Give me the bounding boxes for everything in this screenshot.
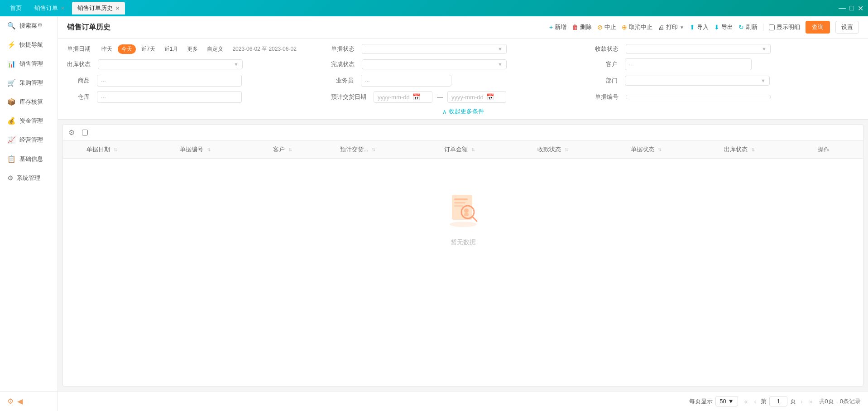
date-tab-last1m[interactable]: 近1月 — [161, 44, 182, 54]
sidebar-item-search-menu[interactable]: 🔍 搜索菜单 — [0, 16, 58, 35]
date-tab-custom[interactable]: 自定义 — [203, 44, 227, 54]
department-select[interactable]: ▼ — [625, 76, 770, 86]
stop-button[interactable]: ⊘ 中止 — [597, 23, 616, 31]
customer-input[interactable]: ··· — [625, 58, 752, 70]
page-number-input[interactable] — [769, 396, 787, 406]
query-button[interactable]: 查询 — [806, 21, 830, 34]
th-bill-date[interactable]: 单据日期 ⇅ — [81, 141, 174, 159]
sidebar-item-sales-mgmt-label: 销售管理 — [19, 60, 43, 68]
settings-button[interactable]: 设置 — [835, 21, 859, 34]
payment-status-select[interactable]: ▼ — [626, 44, 771, 54]
stop-button-label: 中止 — [604, 23, 616, 31]
select-all-checkbox[interactable] — [82, 130, 88, 135]
delivery-start-input[interactable]: yyyy-mm-dd 📅 — [374, 91, 432, 103]
empty-svg — [441, 186, 486, 231]
tab-home[interactable]: 首页 — [5, 2, 27, 15]
bill-status-label: 单据状态 — [331, 45, 359, 53]
tab-sales-order-history[interactable]: 销售订单历史 ✕ — [72, 2, 125, 15]
th-order-amount[interactable]: 订单金额 ⇅ — [439, 141, 532, 159]
svg-rect-8 — [464, 213, 469, 216]
sidebar-item-sys-mgmt[interactable]: ⚙ 系统管理 — [0, 169, 58, 188]
maximize-button[interactable]: □ — [849, 4, 854, 12]
th-payment-status-label: 收款状态 — [537, 146, 561, 153]
sidebar-item-purchase-mgmt[interactable]: 🛒 采购管理 — [0, 73, 58, 92]
filter-delivery-date-col: 预计交货日期 yyyy-mm-dd 📅 — yyyy-mm-dd 📅 — [331, 91, 595, 103]
date-tab-today[interactable]: 今天 — [118, 44, 136, 54]
date-tab-more[interactable]: 更多 — [183, 44, 201, 54]
bill-status-select[interactable]: ▼ — [362, 44, 507, 54]
tab-sales-order-close[interactable]: ✕ — [61, 5, 65, 11]
show-detail-checkbox-label[interactable]: 显示明细 — [769, 23, 800, 31]
delivery-end-input[interactable]: yyyy-mm-dd 📅 — [447, 91, 506, 103]
bill-number-input[interactable] — [626, 95, 771, 99]
sidebar-collapse-icon[interactable]: ◀ — [17, 397, 23, 406]
tab-sales-order[interactable]: 销售订单 ✕ — [29, 2, 70, 15]
th-delivery-date-sort: ⇅ — [372, 147, 375, 152]
sidebar-item-base-info[interactable]: 📋 基础信息 — [0, 150, 58, 169]
th-payment-status-sort: ⇅ — [565, 147, 568, 152]
th-bill-number[interactable]: 单据编号 ⇅ — [174, 141, 268, 159]
tab-sales-order-history-close[interactable]: ✕ — [115, 5, 120, 11]
sidebar-item-operations[interactable]: 📈 经营管理 — [0, 131, 58, 150]
delivery-start-calendar-icon[interactable]: 📅 — [412, 93, 420, 101]
new-button[interactable]: + 新增 — [549, 23, 566, 31]
last-page-button[interactable]: » — [807, 397, 815, 406]
salesperson-input[interactable]: ··· — [361, 75, 451, 87]
filter-payment-status-col: 收款状态 ▼ — [595, 44, 859, 54]
minimize-button[interactable]: — — [839, 4, 846, 12]
filter-goods-col: 商品 ··· — [67, 75, 331, 87]
sidebar-item-quick-nav[interactable]: ⚡ 快捷导航 — [0, 35, 58, 54]
warehouse-input[interactable]: ··· — [97, 91, 242, 103]
th-customer-sort: ⇅ — [288, 147, 292, 152]
date-tab-yesterday[interactable]: 昨天 — [98, 44, 116, 54]
sys-mgmt-icon: ⚙ — [7, 174, 13, 182]
complete-status-select[interactable]: ▼ — [362, 59, 507, 69]
next-page-button[interactable]: › — [799, 397, 805, 406]
date-tab-last7[interactable]: 近7天 — [138, 44, 159, 54]
sidebar-bottom: ⚙ ◀ — [0, 391, 58, 411]
cancel-stop-button[interactable]: ⊕ 取消中止 — [622, 23, 652, 31]
page-label: 第 — [761, 397, 767, 406]
toolbar: + 新增 🗑 删除 ⊘ 中止 ⊕ 取消中止 🖨 打印 — [549, 21, 859, 34]
first-page-button[interactable]: « — [743, 397, 750, 406]
refresh-button[interactable]: ↻ 刷新 — [739, 23, 758, 31]
goods-dots: ··· — [101, 77, 106, 84]
sidebar-item-inventory[interactable]: 📦 库存核算 — [0, 92, 58, 111]
sidebar-item-finance[interactable]: 💰 资金管理 — [0, 111, 58, 131]
th-outbound-status-sort: ⇅ — [751, 147, 755, 152]
svg-point-7 — [464, 208, 469, 213]
outbound-status-select[interactable]: ▼ — [98, 59, 243, 69]
customer-label: 客户 — [595, 60, 622, 68]
sales-mgmt-icon: 📊 — [7, 60, 16, 68]
filter-row-4: 仓库 ··· 预计交货日期 yyyy-mm-dd 📅 — yyyy-mm-dd … — [67, 91, 859, 103]
page-nav: « ‹ 第 页 › » — [743, 396, 815, 406]
delivery-date-label: 预计交货日期 — [331, 93, 371, 101]
collapse-link[interactable]: ∧ 收起更多条件 — [67, 107, 859, 116]
search-menu-icon: 🔍 — [7, 22, 16, 30]
delete-button[interactable]: 🗑 删除 — [572, 23, 592, 31]
th-bill-status[interactable]: 单据状态 ⇅ — [625, 141, 719, 159]
goods-input[interactable]: ··· — [97, 75, 242, 87]
import-button-label: 导入 — [697, 23, 709, 31]
export-button[interactable]: ⬇ 导出 — [714, 23, 733, 31]
per-page-arrow: ▼ — [728, 398, 734, 405]
svg-rect-4 — [454, 205, 463, 207]
import-button[interactable]: ⬆ 导入 — [690, 23, 709, 31]
delivery-end-calendar-icon[interactable]: 📅 — [486, 93, 494, 101]
print-button[interactable]: 🖨 打印 ▼ — [658, 23, 684, 31]
table-settings-icon[interactable]: ⚙ — [68, 128, 75, 137]
close-button[interactable]: ✕ — [858, 4, 863, 13]
prev-page-button[interactable]: ‹ — [752, 397, 758, 406]
th-customer[interactable]: 客户 ⇅ — [268, 141, 335, 159]
table-area: ⚙ 单据日期 ⇅ 单据编号 ⇅ — [62, 124, 863, 387]
th-payment-status[interactable]: 收款状态 ⇅ — [532, 141, 625, 159]
th-delivery-date-label: 预计交货... — [340, 146, 369, 153]
th-outbound-status[interactable]: 出库状态 ⇅ — [719, 141, 812, 159]
show-detail-checkbox[interactable] — [769, 24, 775, 30]
sidebar-settings-icon[interactable]: ⚙ — [7, 397, 14, 406]
print-dropdown-icon[interactable]: ▼ — [680, 25, 684, 30]
th-delivery-date[interactable]: 预计交货... ⇅ — [335, 141, 439, 159]
sidebar-item-sales-mgmt[interactable]: 📊 销售管理 — [0, 54, 58, 73]
sidebar: 🔍 搜索菜单 ⚡ 快捷导航 📊 销售管理 🛒 采购管理 📦 库存核算 💰 资金管… — [0, 16, 58, 411]
per-page-select[interactable]: 50 ▼ — [715, 396, 738, 406]
